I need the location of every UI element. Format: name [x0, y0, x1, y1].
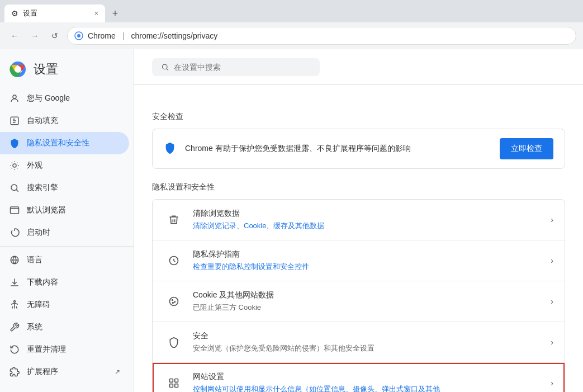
sidebar-item-system[interactable]: 系统: [0, 316, 129, 338]
power-icon: [9, 227, 20, 238]
item-title: 隐私保护指南: [193, 249, 551, 259]
sidebar-item-accessibility[interactable]: 无障碍: [0, 294, 129, 316]
sidebar-item-label: 无障碍: [27, 300, 50, 310]
chevron-right-icon: ›: [551, 256, 553, 265]
trash-icon: [164, 210, 184, 230]
svg-point-7: [13, 164, 16, 167]
chrome-logo: [9, 60, 27, 78]
sidebar-item-label: 默认浏览器: [27, 205, 66, 215]
settings-item-site-settings[interactable]: 网站设置 控制网站可以使用和显示什么信息（如位置信息、摄像头、弹出式窗口及其他 …: [153, 363, 565, 392]
item-title: 安全: [193, 331, 551, 341]
back-button[interactable]: ←: [7, 28, 22, 44]
chevron-right-icon: ›: [551, 215, 553, 224]
settings-list: 清除浏览数据 清除浏览记录、Cookie、缓存及其他数据 › 隐私保护指南 检查…: [152, 199, 565, 392]
sidebar-item-google-account[interactable]: 您与 Google: [0, 87, 129, 110]
svg-point-4: [15, 66, 21, 73]
tab-bar: ⚙ 设置 × +: [0, 0, 583, 22]
extensions-icon: [9, 366, 20, 377]
tab-close-button[interactable]: ×: [94, 10, 98, 17]
svg-point-11: [14, 301, 16, 303]
wrench-icon: [9, 322, 20, 333]
settings-item-content: 安全 安全浏览（保护您免受危险网站的侵害）和其他安全设置: [193, 331, 551, 353]
security-icon: [164, 332, 184, 352]
search-input-wrapper[interactable]: [152, 58, 320, 76]
sidebar-item-label: 下载内容: [27, 277, 58, 287]
address-url: chrome://settings/privacy: [131, 31, 217, 40]
sidebar-header: 设置: [0, 49, 134, 87]
sidebar-item-reset[interactable]: 重置并清理: [0, 338, 129, 361]
svg-point-8: [11, 185, 17, 191]
language-icon: [9, 254, 20, 266]
sidebar-item-appearance[interactable]: 外观: [0, 154, 129, 177]
sidebar-item-search[interactable]: 搜索引擎: [0, 177, 129, 199]
security-shield-icon: [164, 141, 176, 157]
settings-item-cookies[interactable]: Cookie 及其他网站数据 已阻止第三方 Cookie ›: [153, 281, 565, 322]
sidebar-item-label: 隐私设置和安全性: [27, 138, 89, 148]
person-icon: [9, 93, 20, 104]
sidebar-item-label: 搜索引擎: [27, 183, 58, 193]
svg-point-14: [170, 297, 178, 306]
svg-rect-21: [175, 384, 178, 388]
sidebar-item-autofill[interactable]: 自动填充: [0, 110, 129, 132]
item-subtitle: 安全浏览（保护您免受危险网站的侵害）和其他安全设置: [193, 343, 551, 353]
browser-icon: [9, 205, 20, 216]
address-bar[interactable]: Chrome | chrome://settings/privacy: [67, 27, 576, 45]
svg-rect-9: [11, 207, 19, 214]
svg-point-17: [173, 303, 174, 304]
svg-point-12: [162, 64, 167, 69]
cookie-icon: [164, 291, 184, 311]
refresh-button[interactable]: ↺: [47, 28, 63, 44]
svg-point-5: [13, 95, 16, 98]
search-bar: [134, 49, 583, 85]
sidebar-item-label: 启动时: [27, 228, 50, 238]
new-tab-button[interactable]: +: [107, 6, 123, 21]
accessibility-icon: [9, 299, 20, 310]
autofill-icon: [9, 115, 20, 126]
settings-item-content: Cookie 及其他网站数据 已阻止第三方 Cookie: [193, 290, 551, 313]
item-subtitle: 检查重要的隐私控制设置和安全控件: [193, 262, 551, 272]
security-check-card: Chrome 有助于保护您免受数据泄露、不良扩展程序等问题的影响 立即检查: [152, 129, 565, 169]
forward-button[interactable]: →: [27, 28, 42, 44]
sidebar-item-language[interactable]: 语言: [0, 249, 129, 271]
sidebar-item-label: 自动填充: [27, 116, 58, 126]
sidebar: 设置 您与 Google 自动填充 隐私设置和安全性 外观: [0, 49, 134, 392]
search-input[interactable]: [174, 63, 311, 72]
sidebar-item-label: 扩展程序: [27, 367, 58, 377]
svg-rect-18: [170, 379, 173, 382]
address-chrome-label: Chrome: [88, 31, 116, 40]
sidebar-item-label: 外观: [27, 160, 42, 171]
nav-bar: ← → ↺ Chrome | chrome://settings/privacy: [0, 22, 583, 49]
tab-title: 设置: [23, 8, 37, 18]
svg-rect-20: [170, 384, 173, 388]
item-title: 清除浏览数据: [193, 209, 551, 219]
browser-chrome: ⚙ 设置 × + ← → ↺ Chrome | chrome://setting…: [0, 0, 583, 49]
sidebar-divider: [0, 246, 134, 247]
settings-item-content: 清除浏览数据 清除浏览记录、Cookie、缓存及其他数据: [193, 209, 551, 231]
chevron-right-icon: ›: [551, 338, 553, 347]
svg-rect-19: [175, 379, 178, 382]
sidebar-item-downloads[interactable]: 下载内容: [0, 271, 129, 294]
active-tab[interactable]: ⚙ 设置 ×: [4, 4, 105, 22]
svg-point-15: [172, 300, 173, 301]
chevron-right-icon: ›: [551, 379, 553, 388]
tab-gear-icon: ⚙: [11, 9, 18, 18]
svg-point-1: [77, 34, 80, 37]
sidebar-item-label: 语言: [27, 255, 42, 265]
privacy-guide-icon: [164, 251, 184, 271]
item-subtitle: 清除浏览记录、Cookie、缓存及其他数据: [193, 221, 551, 231]
sidebar-item-label: 您与 Google: [27, 93, 70, 103]
sidebar-item-extensions[interactable]: 扩展程序 ↗: [0, 361, 129, 383]
settings-item-privacy-guide[interactable]: 隐私保护指南 检查重要的隐私控制设置和安全控件 ›: [153, 240, 565, 281]
item-subtitle: 已阻止第三方 Cookie: [193, 303, 551, 313]
svg-point-16: [174, 301, 176, 303]
sidebar-item-privacy[interactable]: 隐私设置和安全性: [0, 132, 129, 154]
sidebar-item-default-browser[interactable]: 默认浏览器: [0, 199, 129, 221]
item-title: 网站设置: [193, 372, 551, 382]
sidebar-item-label: 系统: [27, 322, 42, 332]
page: 设置 您与 Google 自动填充 隐私设置和安全性 外观: [0, 49, 583, 392]
sidebar-item-startup[interactable]: 启动时: [0, 221, 129, 244]
settings-item-clear-browsing[interactable]: 清除浏览数据 清除浏览记录、Cookie、缓存及其他数据 ›: [153, 200, 565, 240]
appearance-icon: [9, 160, 20, 171]
settings-item-security[interactable]: 安全 安全浏览（保护您免受危险网站的侵害）和其他安全设置 ›: [153, 322, 565, 363]
security-check-button[interactable]: 立即检查: [500, 138, 553, 159]
